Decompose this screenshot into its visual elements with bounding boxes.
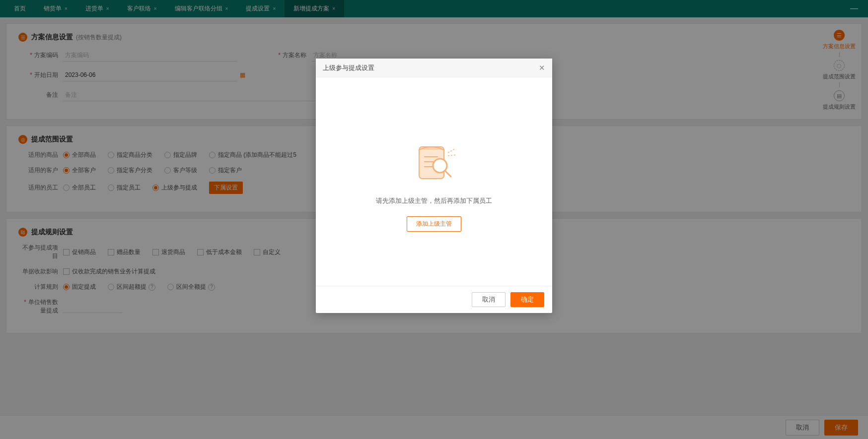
close-icon[interactable]: ✕ [539,63,545,72]
dialog-ok-button[interactable]: 确定 [510,292,544,307]
dialog-body: 请先添加上级主管，然后再添加下属员工 添加上级主管 [316,77,552,286]
overlay: 上级参与提成设置 ✕ 请先添加上级主管，然后再添加下属员工 添加上级主管 [0,0,868,439]
dialog-message: 请先添加上级主管，然后再添加下属员工 [376,196,492,205]
dialog-header: 上级参与提成设置 ✕ [316,59,552,77]
dialog-cancel-button[interactable]: 取消 [472,292,506,307]
dialog-footer: 取消 确定 [316,286,552,313]
svg-line-5 [445,171,451,177]
add-superior-button[interactable]: 添加上级主管 [407,216,461,232]
dialog-superior-setting: 上级参与提成设置 ✕ 请先添加上级主管，然后再添加下属员工 添加上级主管 [316,59,552,313]
empty-illustration [404,137,464,187]
dialog-title: 上级参与提成设置 [323,63,374,72]
